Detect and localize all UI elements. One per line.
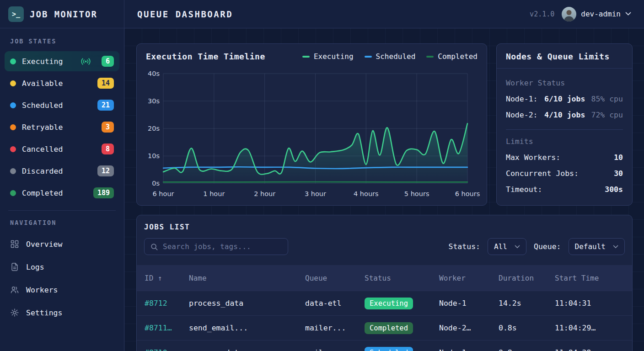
count-badge: 12 [97, 165, 114, 176]
worker-row: Node-1: 6/10 jobs 85% cpu [506, 91, 623, 107]
workers-icon [10, 285, 19, 294]
chevron-down-icon [515, 245, 520, 249]
completed-dot [10, 190, 16, 196]
user-menu[interactable]: dev-admin [562, 7, 631, 21]
limit-row: Max Workers: 10 [506, 149, 623, 165]
app-window: >_ JOB MONITOR QUEUE DASHBOARD v2.1.0 de… [0, 0, 644, 351]
legend-item-completed[interactable]: Completed [426, 52, 478, 61]
job-id-link[interactable]: #8711… [145, 324, 172, 332]
user-name: dev-admin [581, 10, 621, 18]
sidebar-item-scheduled[interactable]: Scheduled 21 [5, 95, 119, 115]
sidebar-item-available[interactable]: Available 14 [5, 73, 119, 93]
column-header-worker[interactable]: Worker [438, 274, 498, 282]
nav-label: Settings [26, 308, 62, 317]
job-id-link[interactable]: #8710 [145, 348, 167, 351]
job-queue: mailer... [304, 324, 364, 332]
legend-swatch [365, 56, 372, 58]
executing-dot [10, 58, 16, 64]
count-badge: 3 [102, 122, 114, 133]
queue-filter-select[interactable]: Default [569, 238, 625, 255]
column-header-queue[interactable]: Queue [304, 274, 364, 282]
svg-text:4 hours: 4 hours [354, 190, 379, 197]
svg-text:6 hour: 6 hour [153, 190, 174, 197]
sidebar-item-cancelled[interactable]: Cancelled 8 [5, 139, 119, 159]
queue-filter-label: Queue: [534, 242, 561, 251]
sidebar-item-logs[interactable]: Logs [5, 255, 119, 278]
sidebar-item-executing[interactable]: Executing 6 [5, 51, 119, 71]
column-header-status[interactable]: Status [364, 274, 438, 282]
legend-label: Scheduled [376, 52, 416, 61]
sidebar-item-completed[interactable]: Completed 189 [5, 183, 119, 203]
avatar [562, 7, 576, 21]
status-filter-value: All [494, 242, 507, 251]
job-name: process_data [188, 348, 304, 351]
limit-row: Timeout: 300s [506, 181, 623, 197]
limit-value: 30 [614, 169, 623, 178]
job-start-time: 11:04:29 [554, 348, 632, 351]
page-title: QUEUE DASHBOARD [137, 9, 233, 19]
job-id-link[interactable]: #8712 [145, 299, 167, 308]
sidebar-item-settings[interactable]: Settings [5, 301, 119, 324]
sidebar-item-retryable[interactable]: Retryable 3 [5, 117, 119, 137]
table-header-row: ID ↑ Name Queue Status Worker Duration S… [137, 265, 632, 291]
svg-text:1 hour: 1 hour [203, 190, 225, 197]
main-content: Execution Time Timeline Executing Schedu… [124, 28, 644, 351]
worker-status-heading: Worker Status [506, 75, 623, 91]
overview-icon [10, 239, 19, 249]
column-header-name[interactable]: Name [188, 274, 304, 282]
queue-filter-value: Default [575, 242, 606, 251]
column-header-start-time[interactable]: Start Time [554, 274, 632, 282]
legend-label: Executing [314, 52, 354, 61]
svg-text:40s: 40s [148, 70, 160, 77]
navigation-heading: NAVIGATION [10, 219, 114, 226]
worker-row: Node-2: 4/10 jobs 72% cpu [506, 107, 623, 123]
svg-text:30s: 30s [148, 97, 160, 105]
table-row[interactable]: #8712 process_data data-etl Executing No… [137, 291, 632, 315]
sidebar-item-discarded[interactable]: Discarded 12 [5, 161, 119, 181]
job-name: send_email... [188, 324, 304, 332]
available-dot [10, 80, 16, 86]
search-box[interactable] [144, 238, 288, 255]
search-icon [150, 243, 158, 251]
search-input[interactable] [163, 242, 282, 251]
sidebar-item-overview[interactable]: Overview [5, 233, 119, 255]
job-worker: Node-1 [438, 348, 498, 351]
state-label: Discarded [22, 167, 63, 176]
svg-text:3 hour: 3 hour [305, 190, 326, 197]
svg-text:20s: 20s [148, 125, 160, 132]
table-row[interactable]: #8710 process_data mailer Scheduled Node… [137, 340, 632, 351]
timeline-chart: 0s10s20s30s40s6 hour1 hour2 hour3 hour4 … [142, 68, 481, 203]
status-filter-select[interactable]: All [488, 238, 526, 255]
legend-item-scheduled[interactable]: Scheduled [365, 52, 416, 61]
table-row[interactable]: #8711… send_email... mailer... Completed… [137, 315, 632, 340]
limit-value: 10 [614, 153, 623, 162]
nodes-title: Nodes & Queue Limits [506, 52, 623, 61]
chevron-down-icon [613, 245, 618, 249]
worker-cpu: 85% cpu [591, 95, 623, 103]
status-badge: Executing [365, 298, 413, 309]
column-header-duration[interactable]: Duration [498, 274, 554, 282]
timeline-title: Execution Time Timeline [146, 52, 265, 61]
chart-legend: Executing Scheduled Completed [302, 52, 478, 61]
sidebar-divider [8, 210, 116, 211]
retryable-dot [10, 124, 16, 130]
state-label: Scheduled [22, 101, 63, 110]
limit-value: 300s [605, 185, 623, 194]
job-duration: 0.8s [498, 324, 554, 332]
count-badge: 21 [97, 100, 114, 111]
legend-swatch [302, 56, 310, 58]
column-header-id[interactable]: ID ↑ [137, 274, 188, 282]
limit-label: Max Workers: [506, 153, 560, 162]
job-states-heading: JOB STATES [10, 37, 114, 45]
legend-swatch [426, 56, 434, 58]
nav-label: Logs [26, 263, 44, 271]
legend-item-executing[interactable]: Executing [302, 52, 354, 61]
sidebar-item-workers[interactable]: Workers [5, 278, 119, 301]
legend-label: Completed [438, 52, 478, 61]
count-badge: 14 [97, 78, 114, 89]
job-name: process_data [188, 299, 304, 308]
worker-jobs: 4/10 jobs [544, 111, 585, 119]
job-queue: data-etl [304, 299, 364, 308]
settings-icon [10, 308, 19, 317]
cancelled-dot [10, 146, 16, 152]
